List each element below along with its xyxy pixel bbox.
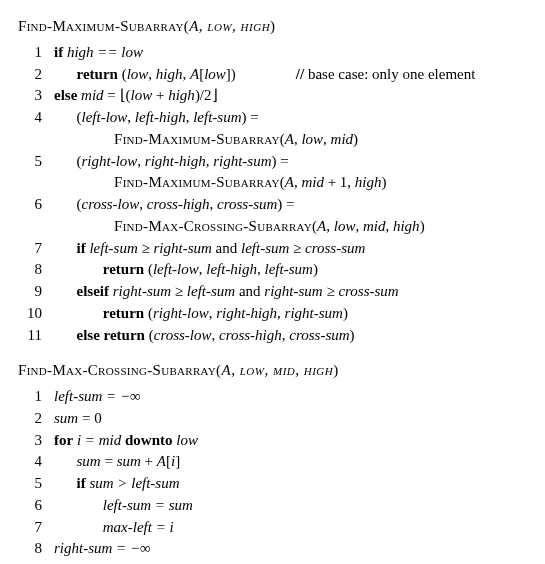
algo1-line-4b: Find-Maximum-Subarray(A, low, mid) (18, 129, 527, 151)
algo1-title: Find-Maximum-Subarray(A, low, high) (18, 16, 527, 38)
algo2-line-7: 7 max-left = i (18, 517, 527, 539)
line-number: 7 (18, 238, 42, 260)
algo1-line-7: 7 if left-sum ≥ right-sum and left-sum ≥… (18, 238, 527, 260)
algo1-line-4: 4 (left-low, left-high, left-sum) = (18, 107, 527, 129)
algo1-params: A, low, high (189, 18, 270, 34)
algo1-line-5: 5 (right-low, right-high, right-sum) = (18, 151, 527, 173)
algo1-line-1: 1 if high == low (18, 42, 527, 64)
algo1-line-6: 6 (cross-low, cross-high, cross-sum) = (18, 194, 527, 216)
algo2-params: A, low, mid, high (222, 362, 334, 378)
line-number: 7 (18, 517, 42, 539)
algo2-name: Find-Max-Crossing-Subarray (18, 362, 216, 378)
algo2-line-6: 6 left-sum = sum (18, 495, 527, 517)
line-number: 4 (18, 107, 42, 129)
algo1-name: Find-Maximum-Subarray (18, 18, 184, 34)
algo2-line-3: 3 for i = mid downto low (18, 430, 527, 452)
algo2-line-1: 1 left-sum = −∞ (18, 386, 527, 408)
algo2-line-8: 8 right-sum = −∞ (18, 538, 527, 560)
line-number: 3 (18, 85, 42, 107)
algo1-line-11: 11 else return (cross-low, cross-high, c… (18, 325, 527, 347)
line-number: 5 (18, 473, 42, 495)
line-number: 9 (18, 560, 42, 564)
line-number: 2 (18, 408, 42, 430)
algo2-line-5: 5 if sum > left-sum (18, 473, 527, 495)
line-number: 6 (18, 194, 42, 216)
line-number: 2 (18, 64, 42, 86)
line-number: 8 (18, 538, 42, 560)
algo1-line-3: 3 else mid = ⌊(low + high)/2⌋ (18, 85, 527, 107)
algo2-line-4: 4 sum = sum + A[i] (18, 451, 527, 473)
algo2-line-9: 9 sum = 0 (18, 560, 527, 564)
line-number: 6 (18, 495, 42, 517)
line-number: 9 (18, 281, 42, 303)
algo2-title: Find-Max-Crossing-Subarray(A, low, mid, … (18, 360, 527, 382)
algo1-line-10: 10 return (right-low, right-high, right-… (18, 303, 527, 325)
line-number: 4 (18, 451, 42, 473)
line-number: 10 (18, 303, 42, 325)
algo1-line-2: 2 return (low, high, A[low])// base case… (18, 64, 527, 86)
line-number: 8 (18, 259, 42, 281)
line-number: 5 (18, 151, 42, 173)
line-number: 3 (18, 430, 42, 452)
algo1-line-9: 9 elseif right-sum ≥ left-sum and right-… (18, 281, 527, 303)
line-number: 11 (18, 325, 42, 347)
line-number: 1 (18, 42, 42, 64)
algo1-line-8: 8 return (left-low, left-high, left-sum) (18, 259, 527, 281)
algo2-line-2: 2 sum = 0 (18, 408, 527, 430)
line-number: 1 (18, 386, 42, 408)
algo1-line-5b: Find-Maximum-Subarray(A, mid + 1, high) (18, 172, 527, 194)
algo1-line-6b: Find-Max-Crossing-Subarray(A, low, mid, … (18, 216, 527, 238)
